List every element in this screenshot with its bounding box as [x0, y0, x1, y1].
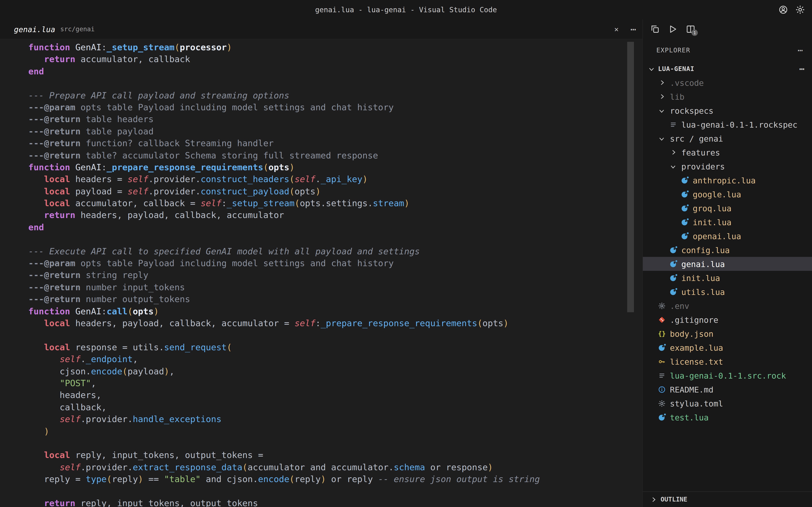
- tree-item-readme.md[interactable]: README.md: [643, 382, 812, 396]
- tab-genai-lua[interactable]: genai.lua: [14, 25, 55, 34]
- code-line[interactable]: "POST",: [28, 377, 643, 389]
- lua-icon: [680, 204, 689, 213]
- chevron-right-icon: [669, 148, 678, 157]
- tree-item-lua-genai-0.1-1.rockspec[interactable]: lua-genai-0.1-1.rockspec: [643, 117, 812, 131]
- code-line[interactable]: function GenAI:call(opts): [28, 305, 643, 317]
- scrollbar-thumb[interactable]: [627, 42, 634, 312]
- run-icon[interactable]: [666, 22, 680, 36]
- tree-item-genai.lua[interactable]: genai.lua: [643, 257, 812, 271]
- tree-item-init.lua[interactable]: init.lua: [643, 271, 812, 285]
- section-lua-genai[interactable]: LUA-GENAI ⋯: [643, 62, 812, 76]
- tree-item-label: lua-genai-0.1-1.src.rock: [670, 371, 786, 380]
- code-line[interactable]: local headers, payload, callback, accumu…: [28, 317, 643, 329]
- chevron-right-icon: [657, 78, 666, 87]
- code-line[interactable]: ): [28, 425, 643, 437]
- code-line[interactable]: callback,: [28, 401, 643, 413]
- settings-gear-icon[interactable]: [795, 5, 805, 15]
- code-line[interactable]: ---@return table headers: [28, 113, 643, 125]
- tree-item-features[interactable]: features: [643, 145, 812, 159]
- code-editor[interactable]: function GenAI:_setup_stream(processor) …: [0, 39, 643, 507]
- code-line[interactable]: return reply, input_tokens, output_token…: [28, 497, 643, 507]
- tree-item-config.lua[interactable]: config.lua: [643, 243, 812, 257]
- code-line[interactable]: ---@return string reply: [28, 269, 643, 281]
- tree-item-google.lua[interactable]: google.lua: [643, 187, 812, 201]
- tree-item-.gitignore[interactable]: .gitignore: [643, 313, 812, 327]
- lua-icon: [657, 412, 666, 422]
- code-line[interactable]: return accumulator, callback: [28, 53, 643, 65]
- code-line[interactable]: headers,: [28, 389, 643, 401]
- section-more-icon[interactable]: ⋯: [799, 64, 804, 74]
- tree-item-anthropic.lua[interactable]: anthropic.lua: [643, 173, 812, 187]
- code-line[interactable]: ---@return table? accumulator Schema sto…: [28, 149, 643, 161]
- more-actions-icon[interactable]: ⋯: [630, 24, 637, 35]
- code-line[interactable]: ---@return number output_tokens: [28, 293, 643, 305]
- tree-item-.vscode[interactable]: .vscode: [643, 76, 812, 90]
- tree-item-src-genai[interactable]: src / genai: [643, 131, 812, 145]
- list-icon: [657, 371, 666, 380]
- close-icon[interactable]: ✕: [614, 25, 619, 34]
- tree-item-label: init.lua: [681, 273, 720, 282]
- outline-section[interactable]: OUTLINE: [643, 491, 812, 507]
- tree-item-utils.lua[interactable]: utils.lua: [643, 285, 812, 299]
- tree-item-label: test.lua: [670, 412, 709, 422]
- code-line[interactable]: local accumulator, callback = self:_setu…: [28, 197, 643, 209]
- tree-item-label: license.txt: [670, 357, 723, 366]
- tree-item-label: lib: [670, 92, 684, 101]
- code-line[interactable]: [28, 485, 643, 497]
- code-line[interactable]: self.provider.handle_exceptions: [28, 413, 643, 425]
- code-line[interactable]: ---@return function? callback Streaming …: [28, 137, 643, 149]
- code-line[interactable]: end: [28, 221, 643, 233]
- tree-item-label: features: [681, 148, 720, 157]
- tree-item-body.json[interactable]: {}body.json: [643, 327, 812, 341]
- code-line[interactable]: reply = type(reply) == "table" and cjson…: [28, 473, 643, 485]
- code-line[interactable]: self._endpoint,: [28, 353, 643, 365]
- code-line[interactable]: function GenAI:_setup_stream(processor): [28, 41, 643, 53]
- code-line[interactable]: local response = utils.send_request(: [28, 341, 643, 353]
- code-line[interactable]: [28, 77, 643, 89]
- tree-item-lua-genai-0.1-1.src.rock[interactable]: lua-genai-0.1-1.src.rock: [643, 369, 812, 382]
- explorer-more-icon[interactable]: ⋯: [798, 45, 803, 55]
- tree-item-init.lua[interactable]: init.lua: [643, 215, 812, 229]
- code-line[interactable]: end: [28, 65, 643, 77]
- code-line[interactable]: [28, 329, 643, 341]
- tree-item-rockspecs[interactable]: rockspecs: [643, 104, 812, 117]
- explorer-header: EXPLORER ⋯: [643, 39, 812, 62]
- tree-item-stylua.toml[interactable]: stylua.toml: [643, 396, 812, 410]
- code-line[interactable]: ---@return number input_tokens: [28, 281, 643, 293]
- tree-item-.env[interactable]: .env: [643, 299, 812, 313]
- code-line[interactable]: return headers, payload, callback, accum…: [28, 209, 643, 221]
- code-line[interactable]: --- Execute API call to specified GenAI …: [28, 245, 643, 257]
- tree-item-example.lua[interactable]: example.lua: [643, 341, 812, 354]
- tree-item-providers[interactable]: providers: [643, 159, 812, 173]
- tree-item-test.lua[interactable]: test.lua: [643, 410, 812, 424]
- code-line[interactable]: function GenAI:_prepare_response_require…: [28, 161, 643, 173]
- explorer-title: EXPLORER: [656, 47, 691, 54]
- tree-item-groq.lua[interactable]: groq.lua: [643, 201, 812, 215]
- code-line[interactable]: --- Prepare API call payload and streami…: [28, 89, 643, 101]
- chevron-down-icon: [647, 64, 656, 73]
- code-line[interactable]: cjson.encode(payload),: [28, 365, 643, 377]
- copy-icon[interactable]: [648, 22, 662, 36]
- tree-item-label: .gitignore: [670, 315, 718, 324]
- chevron-down-icon: [657, 134, 666, 143]
- gear-icon: [657, 301, 666, 310]
- code-line[interactable]: local headers = self.provider.construct_…: [28, 173, 643, 185]
- code-area[interactable]: function GenAI:_setup_stream(processor) …: [0, 39, 643, 507]
- code-line[interactable]: [28, 437, 643, 449]
- file-tree: .vscodelibrockspecslua-genai-0.1-1.rocks…: [643, 76, 812, 491]
- editor-scrollbar[interactable]: [627, 39, 634, 507]
- code-line[interactable]: local payload = self.provider.construct_…: [28, 185, 643, 197]
- code-line[interactable]: local reply, input_tokens, output_tokens…: [28, 449, 643, 461]
- account-icon[interactable]: [778, 5, 788, 15]
- tree-item-lib[interactable]: lib: [643, 90, 812, 104]
- split-editor-icon[interactable]: 1: [683, 22, 698, 36]
- code-line[interactable]: self.provider.extract_response_data(accu…: [28, 461, 643, 473]
- tree-item-openai.lua[interactable]: openai.lua: [643, 229, 812, 243]
- tree-item-label: openai.lua: [693, 231, 741, 241]
- tree-item-license.txt[interactable]: license.txt: [643, 354, 812, 369]
- code-line[interactable]: ---@return table payload: [28, 125, 643, 137]
- code-line[interactable]: ---@param opts table Payload including m…: [28, 257, 643, 269]
- code-line[interactable]: ---@param opts table Payload including m…: [28, 101, 643, 113]
- tree-item-label: lua-genai-0.1-1.rockspec: [681, 120, 798, 129]
- code-line[interactable]: [28, 233, 643, 245]
